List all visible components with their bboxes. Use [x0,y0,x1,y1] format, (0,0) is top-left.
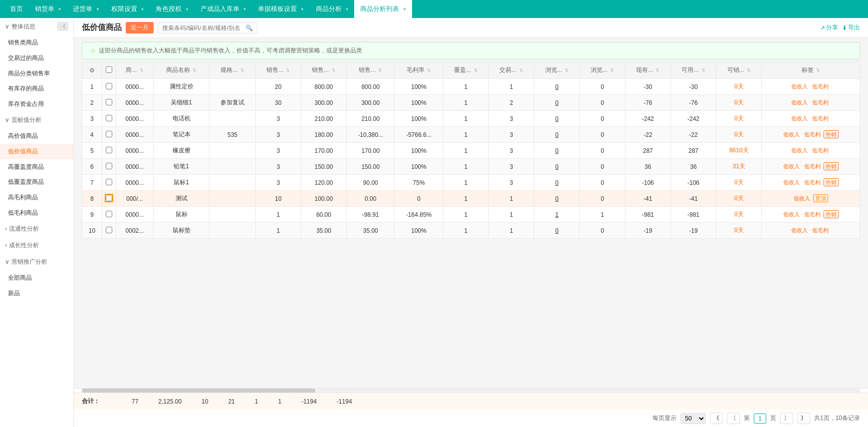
nav-purchase-close[interactable]: × [96,6,99,12]
export-button[interactable]: ⬇ 导出 [842,23,860,32]
nav-role[interactable]: 角色授权 × [150,0,194,18]
cell-checkbox[interactable] [102,79,116,95]
sidebar-item-stock-fund[interactable]: 库存资金占用 [0,96,73,112]
cell-checkbox[interactable] [102,207,116,223]
sidebar-item-high-coverage[interactable]: 高覆盖度商品 [0,159,73,175]
cell-checkbox[interactable] [102,223,116,239]
nav-template[interactable]: 单据模板设置 × [252,0,309,18]
sidebar-item-low-margin[interactable]: 低毛利商品 [0,205,73,221]
th-code[interactable]: 商... ⇅ [116,62,153,79]
nav-goods-analysis[interactable]: 商品分析 × [310,0,354,18]
sidebar-item-high-margin[interactable]: 高毛利商品 [0,190,73,205]
th-name[interactable]: 商品名称 ⇅ [153,62,209,79]
table-row: 20000...吴细细1参加复试30300.00300.00100%1200-7… [82,95,860,111]
th-avail[interactable]: 可用... ⇅ [670,62,716,79]
sidebar-item-high-value[interactable]: 高价值商品 [0,128,73,144]
cell-view1[interactable]: 0 [534,159,580,175]
th-settings[interactable]: ⚙ [82,62,102,79]
next-page-btn[interactable]: 〉 [780,413,793,424]
th-salable[interactable]: 可销... ⇅ [716,62,762,79]
cell-no: 8 [82,191,102,207]
search-icon[interactable]: 🔍 [245,24,253,31]
th-sale-gross[interactable]: 销售... ⇅ [347,62,395,79]
nav-goods-analysis-list[interactable]: 商品分析列表 × [354,0,412,18]
select-all-checkbox[interactable] [106,66,112,73]
nav-product-in-close[interactable]: × [243,6,246,12]
th-trade[interactable]: 交易... ⇅ [488,62,534,79]
sidebar-group-flow[interactable]: › 流通性分析 [0,221,73,237]
sidebar-item-stock-goods[interactable]: 有库存的商品 [0,81,73,96]
search-input[interactable] [162,24,243,31]
filter-period-btn[interactable]: 近一月 [126,22,154,33]
cell-view1[interactable]: 1 [534,207,580,223]
nav-goods-analysis-list-close[interactable]: × [403,6,406,12]
th-stock[interactable]: 现有... ⇅ [625,62,670,79]
current-page[interactable]: 1 [754,414,766,424]
cell-view1[interactable]: 0 [534,223,580,239]
nav-home[interactable]: 首页 [4,0,29,18]
row-checkbox[interactable] [106,131,112,137]
th-checkbox[interactable] [102,62,116,79]
nav-permission[interactable]: 权限设置 × [105,0,150,18]
sidebar-collapse-btn[interactable]: 《 [57,22,68,31]
sidebar-group-contribution[interactable]: ∨ 贡献值分析 [0,112,73,128]
th-view2[interactable]: 浏览... ⇅ [580,62,625,79]
row-checkbox[interactable] [106,83,112,89]
cell-view1[interactable]: 0 [534,127,580,143]
nav-purchase[interactable]: 进货单 × [67,0,105,18]
cell-view1[interactable]: 0 [534,143,580,159]
cell-checkbox[interactable] [102,111,116,127]
cell-checkbox[interactable] [102,127,116,143]
nav-goods-analysis-close[interactable]: × [345,6,348,12]
scroll-thumb[interactable] [82,389,315,393]
cell-view1[interactable]: 0 [534,191,580,207]
sidebar-item-new-goods[interactable]: 新品 [0,286,73,301]
th-view1[interactable]: 浏览... ⇅ [534,62,580,79]
prev-page-btn[interactable]: 〈 [727,413,740,424]
last-page-btn[interactable]: 》 [797,413,810,424]
sidebar-item-sales-goods[interactable]: 销售类商品 [0,35,73,50]
nav-product-in[interactable]: 产成品入库单 × [195,0,252,18]
cell-view1[interactable]: 0 [534,79,580,95]
share-button[interactable]: ↗ 分享 [820,23,838,32]
row-checkbox[interactable] [106,195,112,201]
th-tags[interactable]: 标签 ⇅ [762,62,860,79]
sidebar-item-low-coverage[interactable]: 低覆盖度商品 [0,174,73,190]
cell-checkbox[interactable] [102,143,116,159]
sidebar-item-category-sales-rate[interactable]: 商品分类销售率 [0,66,73,81]
cell-checkbox[interactable] [102,191,116,207]
row-checkbox[interactable] [106,163,112,169]
sidebar-item-traded-goods[interactable]: 交易过的商品 [0,50,73,66]
cell-checkbox[interactable] [102,95,116,111]
sidebar-group-overall[interactable]: ∨ 整体信息 《 [0,18,73,35]
nav-sale-close[interactable]: × [58,6,61,12]
row-checkbox[interactable] [106,211,112,217]
cell-checkbox[interactable] [102,159,116,175]
cell-qty: 3 [255,111,301,127]
sidebar-group-growth[interactable]: › 成长性分析 [0,237,73,254]
sidebar-group-marketing[interactable]: ∨ 营销推广分析 [0,254,73,270]
row-checkbox[interactable] [106,179,112,185]
th-spec[interactable]: 规格... ⇅ [210,62,255,79]
nav-permission-close[interactable]: × [141,6,144,12]
horizontal-scrollbar[interactable] [82,389,860,393]
row-checkbox[interactable] [106,115,112,121]
cell-view1[interactable]: 0 [534,111,580,127]
per-page-select[interactable]: 50 100 [680,413,706,424]
th-sale-qty[interactable]: 销售... ⇅ [255,62,301,79]
cell-view1[interactable]: 0 [534,95,580,111]
th-margin[interactable]: 毛利率 ⇅ [395,62,443,79]
cell-view1[interactable]: 0 [534,175,580,191]
row-checkbox[interactable] [106,227,112,233]
th-coverage[interactable]: 覆盖... ⇅ [443,62,488,79]
cell-checkbox[interactable] [102,175,116,191]
row-checkbox[interactable] [106,99,112,105]
nav-role-close[interactable]: × [186,6,189,12]
sidebar-item-all-goods[interactable]: 全部商品 [0,270,73,286]
sidebar-item-low-value[interactable]: 低价值商品 [0,144,73,159]
first-page-btn[interactable]: 《 [710,413,723,424]
nav-sale[interactable]: 销货单 × [29,0,67,18]
row-checkbox[interactable] [106,147,112,153]
nav-template-close[interactable]: × [301,6,304,12]
th-sale-amt[interactable]: 销售... ⇅ [301,62,346,79]
